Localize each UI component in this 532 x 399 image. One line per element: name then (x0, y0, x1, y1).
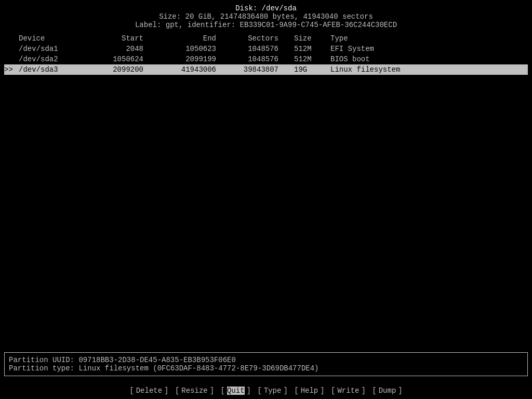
table-row[interactable]: /dev/sda2 1050624 2099199 1048576 512M B… (4, 54, 528, 64)
col-type-header: Type (330, 34, 528, 43)
table-header: Device Start End Sectors Size Type (4, 33, 528, 44)
col-device-header: Device (19, 34, 81, 43)
type-button[interactable]: Type (264, 387, 282, 395)
row2-type: BIOS boot (330, 55, 528, 63)
bracket: [ (368, 387, 377, 395)
header: Disk: /dev/sda Size: 20 GiB, 21474836480… (0, 0, 532, 31)
row1-size: 512M (289, 45, 330, 53)
footer: [ Delete ] [ Resize ] [ Quit ] [ Type ] … (0, 387, 532, 395)
table-row[interactable]: >> /dev/sda3 2099200 41943006 39843807 1… (4, 64, 528, 75)
table-row[interactable]: /dev/sda1 2048 1050623 1048576 512M EFI … (4, 44, 528, 54)
row1-arrow (4, 45, 19, 53)
row1-type: EFI System (330, 45, 528, 53)
row2-arrow (4, 55, 19, 63)
row3-start: 2099200 (81, 65, 154, 74)
row3-end: 41943006 (154, 65, 227, 74)
row3-device: /dev/sda3 (19, 65, 81, 74)
help-button[interactable]: Help (301, 387, 318, 395)
bracket: ] (361, 387, 365, 395)
disk-info: Size: 20 GiB, 21474836480 bytes, 4194304… (0, 12, 532, 21)
info-line1: Partition UUID: 09718BB3-2D38-DE45-A835-… (9, 356, 523, 364)
bracket: ] (320, 387, 324, 395)
row3-size: 19G (289, 65, 330, 74)
bracket: ] (283, 387, 287, 395)
bracket: [ (253, 387, 262, 395)
bracket: ] (247, 387, 251, 395)
bracket: [ (216, 387, 225, 395)
row1-device: /dev/sda1 (19, 45, 81, 53)
row2-end: 2099199 (154, 55, 227, 63)
col-start-header: Start (81, 34, 154, 43)
col-arrow-header (4, 34, 19, 43)
bracket: ] (398, 387, 402, 395)
col-size-header: Size (289, 34, 330, 43)
row3-arrow: >> (4, 65, 19, 74)
bracket: [ (327, 387, 336, 395)
bracket: [ (171, 387, 180, 395)
row2-start: 1050624 (81, 55, 154, 63)
resize-button[interactable]: Resize (181, 387, 207, 395)
delete-button[interactable]: Delete (136, 387, 162, 395)
footer-buttons: [ Delete ] [ Resize ] [ Quit ] [ Type ] … (0, 387, 532, 395)
write-button[interactable]: Write (337, 387, 359, 395)
screen: Disk: /dev/sda Size: 20 GiB, 21474836480… (0, 0, 532, 399)
disk-title: Disk: /dev/sda (0, 4, 532, 12)
main-content (0, 75, 532, 399)
col-end-header: End (154, 34, 227, 43)
row1-start: 2048 (81, 45, 154, 53)
row2-size: 512M (289, 55, 330, 63)
bracket: ] (164, 387, 168, 395)
row2-sectors: 1048576 (227, 55, 289, 63)
bracket: [ (290, 387, 299, 395)
row2-device: /dev/sda2 (19, 55, 81, 63)
quit-button[interactable]: Quit (227, 387, 245, 395)
label-info: Label: gpt, identifier: EB339C01-9A99-C7… (0, 21, 532, 29)
partition-table: Device Start End Sectors Size Type /dev/… (0, 33, 532, 75)
info-box: Partition UUID: 09718BB3-2D38-DE45-A835-… (4, 352, 528, 376)
col-sectors-header: Sectors (227, 34, 289, 43)
row3-sectors: 39843807 (227, 65, 289, 74)
row1-sectors: 1048576 (227, 45, 289, 53)
row3-type: Linux filesystem (330, 65, 528, 74)
bracket: [ (129, 387, 134, 395)
bracket: ] (210, 387, 214, 395)
dump-button[interactable]: Dump (379, 387, 396, 395)
info-line2: Partition type: Linux filesystem (0FC63D… (9, 364, 523, 373)
row1-end: 1050623 (154, 45, 227, 53)
